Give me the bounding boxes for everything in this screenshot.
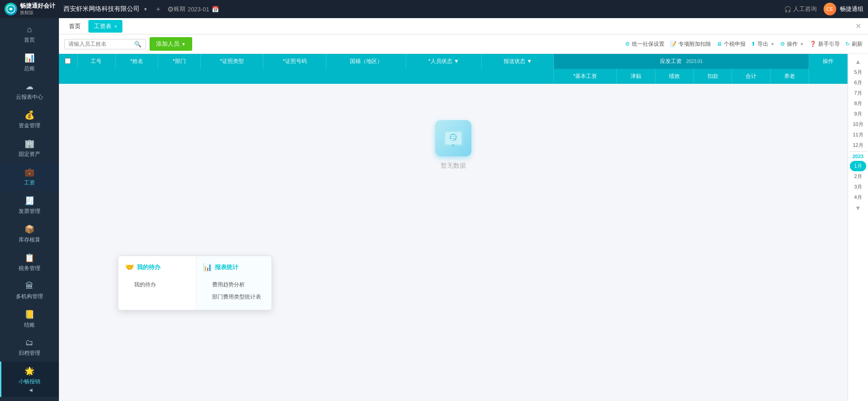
guide-btn[interactable]: ❓ 新手引导 <box>810 40 840 48</box>
search-box[interactable]: 🔍 <box>64 39 146 49</box>
operation-label: 操作 <box>787 40 798 48</box>
sidebar-item-home[interactable]: ⌂ 首页 <box>0 20 59 48</box>
timeline-month-3[interactable]: 3月 <box>850 182 866 192</box>
sidebar-item-tax[interactable]: 📋 税务管理 <box>0 248 59 277</box>
timeline-month-7[interactable]: 7月 <box>850 88 866 98</box>
app-name: 畅捷通好会计 <box>20 2 55 10</box>
settings-icon[interactable]: ⚙ <box>167 5 174 14</box>
sidebar-item-invoice[interactable]: 🧾 发票管理 <box>0 191 59 220</box>
sidebar-item-xiaochang[interactable]: 🌟 小畅报销 ◀ <box>0 362 59 397</box>
sidebar-label-assets: 固定资产 <box>19 150 40 158</box>
timeline-down-icon[interactable]: ▼ <box>853 203 863 213</box>
th-checkbox[interactable] <box>59 54 77 69</box>
timeline-month-5[interactable]: 5月 <box>850 67 866 77</box>
refresh-btn[interactable]: ↻ 刷新 <box>845 40 863 48</box>
user-area[interactable]: CE 畅捷通组 <box>824 3 863 15</box>
timeline-month-8[interactable]: 8月 <box>850 98 866 109</box>
sidebar-item-multi-org[interactable]: 🏛 多机构管理 <box>0 277 59 305</box>
sidebar-label-ledger: 总账 <box>24 65 35 72</box>
sidebar-item-basic-settings[interactable]: ⚙ 基础设置 <box>0 397 59 401</box>
sidebar: ⌂ 首页 📊 总账 ☁ 云报表中心 💰 资金管理 🏢 固定资产 💼 工资 🧾 发… <box>0 18 59 401</box>
deduction-icon: 📝 <box>670 41 677 47</box>
social-insurance-btn[interactable]: ⚙ 统一社保设置 <box>625 40 664 48</box>
refresh-label: 刷新 <box>852 40 863 48</box>
period-selector[interactable]: 账期 2023-01 📅 <box>174 5 219 13</box>
export-btn[interactable]: ⬆ 导出 ▼ <box>751 40 775 48</box>
sidebar-label-finance: 资金管理 <box>19 122 40 130</box>
avatar-initials: CE <box>826 6 833 12</box>
export-icon: ⬆ <box>751 41 756 47</box>
popup-right-title-text: 报表统计 <box>215 263 238 271</box>
select-all-checkbox[interactable] <box>65 58 71 64</box>
toolbar: 🔍 添加人员 ▼ ⚙ 统一社保设置 📝 专项附加扣除 🖥 个税申报 <box>59 34 868 54</box>
invoice-icon: 🧾 <box>24 196 34 206</box>
salary-table: 工号 *姓名 *部门 *证照类型 *证照号码 国籍（地区） *人员状态 ▼ 报送… <box>59 54 848 206</box>
ledger-icon: 📊 <box>24 53 34 63</box>
tab-bar-right: ✕ <box>853 22 863 30</box>
search-input[interactable] <box>68 41 132 47</box>
sidebar-item-cloud-report[interactable]: ☁ 云报表中心 <box>0 77 59 106</box>
popup-item-trend[interactable]: 费用趋势分析 <box>203 279 265 291</box>
tax-report-btn[interactable]: 🖥 个税申报 <box>717 40 746 48</box>
user-avatar: CE <box>824 3 836 15</box>
company-selector[interactable]: 西安虾米网络科技有限公司 ▼ <box>63 5 148 13</box>
popup-item-dept-stats[interactable]: 部门费用类型统计表 <box>203 291 265 303</box>
popup-row: 🤝 我的待办 我的待办 📊 报表统计 费用趋势分析 <box>125 263 265 303</box>
popup-item-dept-label: 部门费用类型统计表 <box>212 294 261 300</box>
table-header-row: 工号 *姓名 *部门 *证照类型 *证照号码 国籍（地区） *人员状态 ▼ 报送… <box>59 54 848 69</box>
timeline-month-1[interactable]: 1月 <box>850 161 866 171</box>
add-person-button[interactable]: 添加人员 ▼ <box>150 37 192 51</box>
th-salary-group: 应发工资 2023.01 <box>554 54 809 69</box>
add-icon[interactable]: ＋ <box>155 5 162 14</box>
th-person-status[interactable]: *人员状态 ▼ <box>406 54 482 69</box>
deduction-label: 专项附加扣除 <box>679 40 711 48</box>
search-icon: 🔍 <box>134 41 141 48</box>
sidebar-label-tax: 税务管理 <box>19 265 40 272</box>
headset-icon: 🎧 <box>784 6 791 13</box>
global-close-icon[interactable]: ✕ <box>853 20 863 32</box>
timeline-month-10[interactable]: 10月 <box>850 119 866 130</box>
right-timeline: ▲ 5月 6月 7月 8月 9月 10月 11月 12月 2023 1月 2月 … <box>848 54 868 401</box>
sidebar-label-home: 首页 <box>24 36 35 44</box>
sidebar-item-close-account[interactable]: 📒 结账 <box>0 305 59 333</box>
sidebar-item-archive[interactable]: 🗂 归档管理 <box>0 333 59 362</box>
timeline-up-icon[interactable]: ▲ <box>853 56 863 67</box>
th-department: *部门 <box>158 54 200 69</box>
logo-area: 畅捷通好会计 旗舰版 <box>5 2 59 16</box>
salary-icon: 💼 <box>24 167 34 177</box>
timeline-month-9[interactable]: 9月 <box>850 109 866 119</box>
tab-home[interactable]: 首页 <box>63 20 86 33</box>
tab-close-icon[interactable]: × <box>114 24 117 29</box>
popup-item-todo[interactable]: 我的待办 <box>125 279 187 291</box>
th-report-status[interactable]: 报送状态 ▼ <box>482 54 554 69</box>
tab-salary-sheet[interactable]: 工资表 × <box>88 20 122 33</box>
timeline-month-4[interactable]: 4月 <box>850 192 866 203</box>
sidebar-item-inventory[interactable]: 📦 库存核算 <box>0 220 59 248</box>
app-sub: 旗舰版 <box>20 10 55 16</box>
tax-label: 个税申报 <box>724 40 746 48</box>
timeline-month-11[interactable]: 11月 <box>850 130 866 140</box>
year-2023-header: 2023 <box>849 151 867 161</box>
sidebar-item-assets[interactable]: 🏢 固定资产 <box>0 134 59 163</box>
company-chevron-icon[interactable]: ▼ <box>143 7 148 12</box>
operation-btn[interactable]: ⚙ 操作 ▼ <box>780 40 804 48</box>
guide-label: 新手引导 <box>818 40 840 48</box>
th-empty-space <box>59 69 554 84</box>
sidebar-item-finance[interactable]: 💰 资金管理 <box>0 106 59 134</box>
popup-left-title-text: 我的待办 <box>137 263 160 271</box>
timeline-month-12[interactable]: 12月 <box>850 140 866 150</box>
table-timeline-wrapper: 工号 *姓名 *部门 *证照类型 *证照号码 国籍（地区） *人员状态 ▼ 报送… <box>59 54 868 401</box>
sidebar-label-invoice: 发票管理 <box>19 208 40 215</box>
sidebar-item-ledger[interactable]: 📊 总账 <box>0 48 59 77</box>
deduction-btn[interactable]: 📝 专项附加扣除 <box>670 40 711 48</box>
finance-icon: 💰 <box>24 110 34 120</box>
th-total: 合计 <box>732 69 771 84</box>
svg-rect-6 <box>451 139 454 140</box>
sidebar-item-salary[interactable]: 💼 工资 <box>0 163 59 191</box>
calendar-icon[interactable]: 📅 <box>212 6 219 13</box>
help-button[interactable]: 🎧 人工咨询 <box>784 5 817 13</box>
timeline-month-6[interactable]: 6月 <box>850 77 866 88</box>
sidebar-label-xiaochang: 小畅报销 <box>19 378 40 386</box>
timeline-month-2[interactable]: 2月 <box>850 171 866 182</box>
period-label: 账期 <box>174 5 185 13</box>
